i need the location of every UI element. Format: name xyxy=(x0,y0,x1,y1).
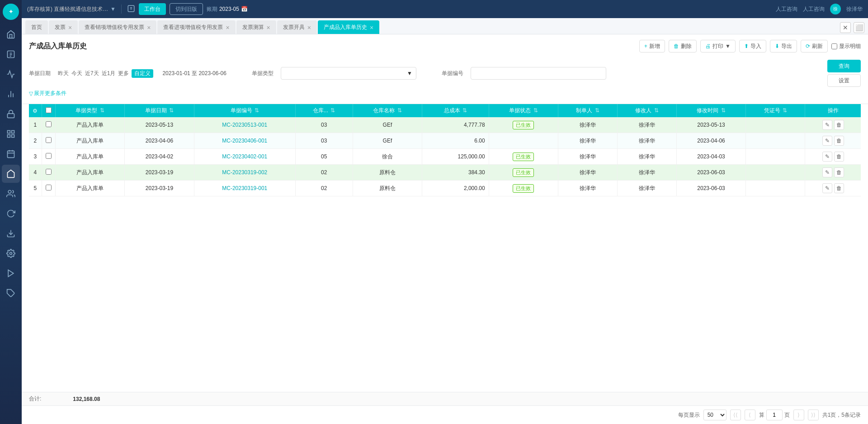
row-doc-no[interactable]: MC-20230513-001 xyxy=(194,117,295,133)
row-doc-no[interactable]: MC-20230402-001 xyxy=(194,149,295,165)
tab-purchase-vat[interactable]: 查看进项增值税专用发票 × xyxy=(157,20,235,34)
sidebar-item-tag[interactable] xyxy=(2,284,20,302)
col-modify-time-header[interactable]: 修改时间 ⇅ xyxy=(676,104,746,117)
new-button[interactable]: + 新增 xyxy=(639,40,665,52)
col-modifier-header[interactable]: 修改人 ⇅ xyxy=(618,104,677,117)
print-button[interactable]: 🖨 打印 ▼ xyxy=(700,40,736,52)
col-doc-status-header[interactable]: 单据状态 ⇅ xyxy=(489,104,558,117)
tab-invoice-calc-close[interactable]: × xyxy=(267,24,270,31)
row-edit-button[interactable]: ✎ xyxy=(822,152,832,162)
sidebar-item-play[interactable] xyxy=(2,264,20,282)
select-all-checkbox[interactable] xyxy=(46,107,52,113)
per-page-select[interactable]: 50 20 100 xyxy=(703,410,726,420)
tab-invoice-open[interactable]: 发票开具 × xyxy=(277,20,317,34)
doc-type-select[interactable]: ▼ xyxy=(281,67,416,80)
col-settings-header[interactable]: ⚙ xyxy=(29,104,42,117)
tab-sales-vat[interactable]: 查看销项增值税专用发票 × xyxy=(79,20,156,34)
doc-no-link[interactable]: MC-20230406-001 xyxy=(222,138,267,144)
tab-product-history-close[interactable]: × xyxy=(370,24,373,31)
import-button[interactable]: ⬆ 导入 xyxy=(739,40,766,52)
tab-invoice[interactable]: 发票 × xyxy=(49,20,78,34)
sidebar-item-settings[interactable] xyxy=(2,244,20,262)
last-page-button[interactable]: ⟩⟩ xyxy=(808,410,819,420)
col-doc-type-header[interactable]: 单据类型 ⇅ xyxy=(55,104,125,117)
tab-product-history[interactable]: 产成品入库单历史 × xyxy=(318,20,379,34)
tab-home[interactable]: 首页 xyxy=(25,20,48,34)
switch-version-button[interactable]: 切到旧版 xyxy=(170,3,203,15)
sidebar-item-home[interactable] xyxy=(2,25,20,43)
show-detail-input[interactable] xyxy=(831,43,837,49)
row-edit-button[interactable]: ✎ xyxy=(822,183,832,193)
set-button[interactable]: 设置 xyxy=(827,74,861,87)
row-doc-no[interactable]: MC-20230319-001 xyxy=(194,181,295,196)
doc-no-link[interactable]: MC-20230319-001 xyxy=(222,185,267,191)
sidebar-item-analytics[interactable] xyxy=(2,85,20,103)
app-logo[interactable]: ✦ xyxy=(3,4,19,20)
tab-purchase-vat-close[interactable]: × xyxy=(226,24,229,31)
row-edit-button[interactable]: ✎ xyxy=(822,120,832,130)
doc-no-input[interactable] xyxy=(471,67,606,80)
next-page-button[interactable]: ⟩ xyxy=(793,410,804,420)
row-delete-button[interactable]: 🗑 xyxy=(834,136,844,146)
sidebar-item-lock[interactable] xyxy=(2,105,20,123)
tab-invoice-calc[interactable]: 发票测算 × xyxy=(236,20,276,34)
row-checkbox[interactable] xyxy=(42,165,55,181)
col-total-cost-header[interactable]: 总成本 ⇅ xyxy=(422,104,489,117)
row-edit-button[interactable]: ✎ xyxy=(822,136,832,146)
sidebar-item-download[interactable] xyxy=(2,224,20,243)
support-text[interactable]: 人工咨询 xyxy=(803,5,825,13)
row-delete-button[interactable]: 🗑 xyxy=(834,152,844,162)
close-all-tabs-button[interactable]: ✕ xyxy=(840,22,851,33)
maximize-button[interactable]: ⬜ xyxy=(854,22,864,33)
support-link[interactable]: 人工咨询 xyxy=(776,5,797,13)
doc-no-link[interactable]: MC-20230513-001 xyxy=(222,122,267,128)
delete-button[interactable]: 🗑 删除 xyxy=(669,40,697,52)
first-page-button[interactable]: ⟨⟨ xyxy=(730,410,741,420)
row-delete-button[interactable]: 🗑 xyxy=(834,120,844,130)
sidebar-item-refresh[interactable] xyxy=(2,205,20,223)
row-doc-no[interactable]: MC-20230319-002 xyxy=(194,165,295,181)
row-checkbox[interactable] xyxy=(42,117,55,133)
date-today[interactable]: 今天 xyxy=(71,70,82,77)
date-7days[interactable]: 近7天 xyxy=(85,70,99,77)
query-button[interactable]: 查询 xyxy=(827,60,861,72)
row-delete-button[interactable]: 🗑 xyxy=(834,183,844,193)
col-warehouse-code-header[interactable]: 仓库... ⇅ xyxy=(295,104,353,117)
refresh-button[interactable]: ⟳ 刷新 xyxy=(801,40,828,52)
date-more[interactable]: 更多 xyxy=(118,70,129,77)
col-warehouse-name-header[interactable]: 仓库名称 ⇅ xyxy=(353,104,422,117)
doc-no-link[interactable]: MC-20230402-001 xyxy=(222,153,267,160)
sidebar-item-chart[interactable] xyxy=(2,65,20,83)
doc-icon[interactable] xyxy=(127,5,135,14)
tab-invoice-open-close[interactable]: × xyxy=(307,24,311,31)
show-detail-checkbox[interactable]: 显示明细 xyxy=(831,43,861,50)
date-custom[interactable]: 自定义 xyxy=(132,69,153,78)
col-checkbox-header[interactable] xyxy=(42,104,55,117)
sidebar-item-docs[interactable] xyxy=(2,45,20,63)
sidebar-item-calendar[interactable] xyxy=(2,145,20,163)
user-name[interactable]: 徐泽华 xyxy=(846,5,863,13)
tab-sales-vat-close[interactable]: × xyxy=(147,24,151,31)
row-checkbox[interactable] xyxy=(42,181,55,196)
export-button[interactable]: ⬇ 导出 xyxy=(770,40,797,52)
tab-invoice-close[interactable]: × xyxy=(68,24,72,31)
page-input[interactable] xyxy=(766,410,783,420)
row-checkbox[interactable] xyxy=(42,149,55,165)
brand-selector[interactable]: (库存核算) 直播轻抿通信息技术股份... ▼ xyxy=(27,5,116,13)
doc-no-link[interactable]: MC-20230319-002 xyxy=(222,169,267,176)
date-1month[interactable]: 近1月 xyxy=(102,70,116,77)
sidebar-item-users[interactable] xyxy=(2,185,20,203)
row-delete-button[interactable]: 🗑 xyxy=(834,167,844,177)
prev-page-button[interactable]: ⟨ xyxy=(745,410,755,420)
workbench-button[interactable]: 工作台 xyxy=(139,3,166,15)
col-doc-no-header[interactable]: 单据编号 ⇅ xyxy=(194,104,295,117)
row-edit-button[interactable]: ✎ xyxy=(822,167,832,177)
row-checkbox[interactable] xyxy=(42,133,55,149)
sidebar-item-grid[interactable] xyxy=(2,125,20,143)
col-creator-header[interactable]: 制单人 ⇅ xyxy=(558,104,618,117)
col-voucher-no-header[interactable]: 凭证号 ⇅ xyxy=(746,104,805,117)
expand-more-btn[interactable]: ▽ 展开更多条件 xyxy=(29,90,66,97)
row-doc-no[interactable]: MC-20230406-001 xyxy=(194,133,295,149)
col-doc-date-header[interactable]: 单据日期 ⇅ xyxy=(125,104,194,117)
date-yesterday[interactable]: 昨天 xyxy=(58,70,69,77)
